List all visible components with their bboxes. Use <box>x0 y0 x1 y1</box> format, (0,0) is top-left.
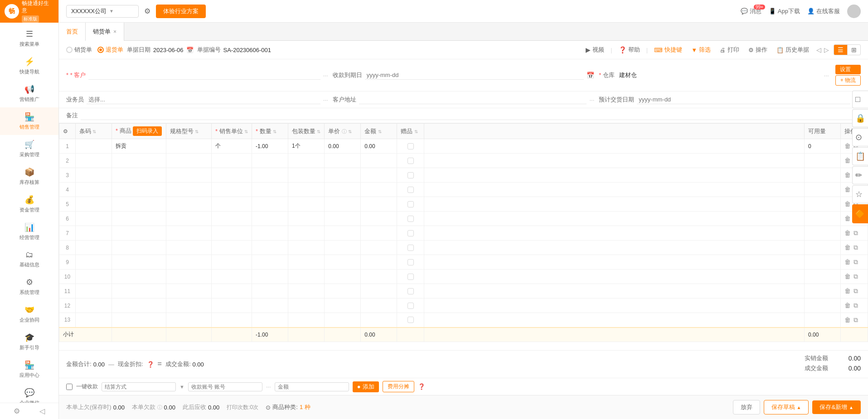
sidebar-item-应用中心[interactable]: 🏪应用中心 <box>0 356 58 383</box>
copy-icon-11[interactable]: ⧉ <box>853 302 858 309</box>
add-fee-button[interactable]: ● 添加 <box>353 381 379 392</box>
delete-icon-7[interactable]: 🗑 <box>844 244 851 251</box>
view-list-btn[interactable]: ☰ <box>834 45 848 55</box>
save-new-button[interactable]: 保存&新增 ▲ <box>812 400 861 414</box>
cell-qty-2[interactable] <box>252 168 288 183</box>
operation-btn[interactable]: ⚙ 操作 <box>746 44 770 55</box>
cell-product-9[interactable] <box>112 270 166 284</box>
cell-price-8[interactable] <box>325 255 361 270</box>
tab-close-icon[interactable]: × <box>113 29 116 35</box>
cell-product-3[interactable] <box>112 183 166 197</box>
sidebar-item-企业微信[interactable]: 💬企业微信 <box>0 383 58 403</box>
company-selector[interactable]: XXXXXX公司 ▼ <box>66 5 139 18</box>
cell-barcode-1[interactable] <box>76 154 112 168</box>
cell-spec-12[interactable] <box>166 313 212 327</box>
cell-price-4[interactable] <box>325 197 361 212</box>
cell-product-5[interactable] <box>112 212 166 226</box>
tab-home[interactable]: 首页 <box>59 23 86 41</box>
cell-price-3[interactable] <box>325 183 361 197</box>
cell-pkg-12[interactable] <box>288 313 325 327</box>
cell-product-2[interactable] <box>112 168 166 183</box>
cell-spec-6[interactable] <box>166 226 212 241</box>
price-info-icon[interactable]: ⓘ <box>342 129 347 134</box>
cell-unit-4[interactable] <box>212 197 252 212</box>
logistics-button[interactable]: + 物流 <box>835 75 861 86</box>
cell-qty-5[interactable] <box>252 212 288 226</box>
cell-barcode-9[interactable] <box>76 270 112 284</box>
tab-active[interactable]: 销货单 × <box>86 23 124 41</box>
cell-pkg-8[interactable] <box>288 255 325 270</box>
cell-spec-7[interactable] <box>166 241 212 255</box>
cash-discount-help-icon[interactable]: ❓ <box>147 361 154 368</box>
radio-sale[interactable]: 销货单 <box>66 46 92 54</box>
cell-product-10[interactable] <box>112 284 166 299</box>
float-btn-3[interactable]: ⊙ <box>852 128 868 146</box>
user-avatar[interactable] <box>847 5 861 18</box>
copy-icon-10[interactable]: ⧉ <box>853 287 858 295</box>
cell-price-12[interactable] <box>325 313 361 327</box>
cell-product-6[interactable] <box>112 226 166 241</box>
delete-icon-5[interactable]: 🗑 <box>844 215 851 222</box>
sidebar-item-基础信息[interactable]: 🗂基础信息 <box>0 246 58 273</box>
cell-amount-5[interactable] <box>361 212 397 226</box>
payment-account-input[interactable] <box>188 382 262 391</box>
delete-icon-12[interactable]: 🗑 <box>844 316 851 324</box>
cell-barcode-7[interactable] <box>76 241 112 255</box>
cell-qty-4[interactable] <box>252 197 288 212</box>
due-date-input[interactable] <box>365 71 584 80</box>
cell-qty-1[interactable] <box>252 154 288 168</box>
cell-unit-10[interactable] <box>212 284 252 299</box>
cell-pkg-10[interactable] <box>288 284 325 299</box>
cell-unit-6[interactable] <box>212 226 252 241</box>
warehouse-dots[interactable]: ··· <box>824 72 829 79</box>
cell-barcode-0[interactable] <box>76 139 112 154</box>
float-btn-orange[interactable]: 🔶 <box>852 204 868 223</box>
delete-icon-4[interactable]: 🗑 <box>844 200 851 208</box>
delete-icon-1[interactable]: 🗑 <box>844 157 851 164</box>
cell-product-1[interactable] <box>112 154 166 168</box>
customer-input[interactable] <box>88 71 320 80</box>
gift-checkbox-3[interactable] <box>407 187 414 193</box>
cell-unit-3[interactable] <box>212 183 252 197</box>
product-type-icon[interactable]: ⊙ <box>266 404 271 411</box>
radio-return[interactable]: 退货单 <box>97 46 123 54</box>
cell-barcode-2[interactable] <box>76 168 112 183</box>
sidebar-item-系统管理[interactable]: ⚙系统管理 <box>0 273 58 300</box>
copy-icon-8[interactable]: ⧉ <box>853 258 858 266</box>
sidebar-item-搜索菜单[interactable]: ☰搜索菜单 <box>0 24 58 52</box>
delete-icon-6[interactable]: 🗑 <box>844 229 851 237</box>
cell-unit-11[interactable] <box>212 299 252 313</box>
cell-pkg-2[interactable] <box>288 168 325 183</box>
cell-qty-12[interactable] <box>252 313 288 327</box>
gift-checkbox-4[interactable] <box>407 201 414 207</box>
float-btn-1[interactable]: □ <box>852 91 868 108</box>
cell-amount-2[interactable] <box>361 168 397 183</box>
date-value[interactable]: 2023-06-06 <box>153 47 184 53</box>
collapse-icon[interactable]: ◁ <box>39 407 45 415</box>
trial-button[interactable]: 体验行业方案 <box>156 5 206 18</box>
cell-unit-8[interactable] <box>212 255 252 270</box>
delete-icon-3[interactable]: 🗑 <box>844 186 851 193</box>
copy-icon-9[interactable]: ⧉ <box>853 273 858 280</box>
delete-icon-8[interactable]: 🗑 <box>844 258 851 266</box>
gift-checkbox-8[interactable] <box>407 259 414 265</box>
company-settings-icon[interactable]: ⚙ <box>144 7 150 15</box>
message-button[interactable]: 💬 消息 99+ <box>741 7 761 15</box>
cell-unit-2[interactable] <box>212 168 252 183</box>
cell-unit-12[interactable] <box>212 313 252 327</box>
sidebar-item-库存核算[interactable]: 📦库存核算 <box>0 163 58 190</box>
payment-help-icon[interactable]: ❓ <box>418 383 425 390</box>
cell-barcode-12[interactable] <box>76 313 112 327</box>
one-click-pay-checkbox[interactable] <box>66 384 73 390</box>
cell-pkg-1[interactable] <box>288 154 325 168</box>
cell-barcode-10[interactable] <box>76 284 112 299</box>
cell-qty-8[interactable] <box>252 255 288 270</box>
cell-unit-1[interactable] <box>212 154 252 168</box>
cell-price-2[interactable] <box>325 168 361 183</box>
history-btn[interactable]: 📋 历史单据 <box>774 44 812 55</box>
warehouse-value[interactable]: 建材仓 <box>617 70 821 80</box>
cell-barcode-8[interactable] <box>76 255 112 270</box>
sidebar-item-资金管理[interactable]: 💰资金管理 <box>0 190 58 218</box>
gift-checkbox-1[interactable] <box>407 158 414 164</box>
gift-checkbox-7[interactable] <box>407 245 414 251</box>
